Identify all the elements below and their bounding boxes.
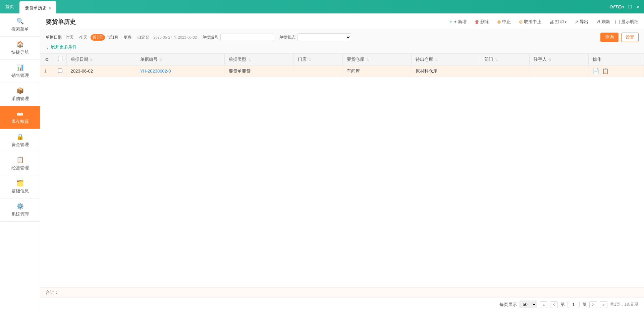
row-checkbox[interactable] bbox=[54, 65, 66, 77]
col-doc-type[interactable]: 单据类型 ⇅ bbox=[225, 54, 293, 65]
query-button[interactable]: 查询 bbox=[600, 33, 619, 42]
sidebar-label-purchase-mgmt: 采购管理 bbox=[11, 96, 29, 102]
row-handler bbox=[529, 65, 588, 77]
sidebar-label-finance-mgmt: 资金管理 bbox=[11, 142, 29, 148]
sidebar-label-system-mgmt: 系统管理 bbox=[11, 211, 29, 217]
next-page-button[interactable]: > bbox=[589, 301, 597, 308]
status-select[interactable] bbox=[298, 33, 351, 41]
col-handler-label: 经手人 bbox=[534, 57, 547, 62]
page-header: 要货单历史 ＋ + 新增 🗑 删除 ⊗ 中止 ⊘ 取消中止 bbox=[40, 13, 644, 29]
shortcut-today[interactable]: 今天 bbox=[77, 34, 89, 41]
filter-actions: 查询 设置 bbox=[600, 33, 639, 42]
display-detail-checkbox-label[interactable]: 显示明细 bbox=[615, 19, 639, 25]
row-index: 1 bbox=[40, 65, 54, 77]
date-filter-label: 单据日期 bbox=[46, 35, 62, 40]
col-settings[interactable]: ⚙ bbox=[40, 54, 54, 65]
doc-no-label: 单据编号 bbox=[202, 35, 218, 40]
export-button[interactable]: ↗ 导出 bbox=[572, 17, 591, 26]
display-detail-checkbox[interactable] bbox=[615, 20, 620, 24]
sidebar-item-quick-nav[interactable]: 🏠 快捷导航 bbox=[0, 37, 40, 60]
col-handler[interactable]: 经手人 ⇅ bbox=[529, 54, 588, 65]
new-button[interactable]: ＋ + 新增 bbox=[446, 17, 469, 26]
stop-button[interactable]: ⊗ 中止 bbox=[494, 17, 514, 26]
row-pending-warehouse: 原材料仓库 bbox=[412, 65, 480, 77]
col-doc-no[interactable]: 单据编号 ⇅ bbox=[136, 54, 225, 65]
col-dept[interactable]: 部门 ⇅ bbox=[480, 54, 529, 65]
shortcut-more[interactable]: 更多 bbox=[122, 34, 134, 41]
operation-mgmt-icon: 📋 bbox=[16, 156, 24, 164]
close-window-icon[interactable]: ✕ bbox=[636, 4, 640, 9]
tab-doc-history[interactable]: 要货单历史 × bbox=[19, 1, 56, 15]
last-page-button[interactable]: » bbox=[600, 301, 607, 308]
refresh-icon: ↺ bbox=[596, 19, 600, 25]
sidebar-item-sales-mgmt[interactable]: 📊 销售管理 bbox=[0, 60, 40, 83]
refresh-button[interactable]: ↺ 刷新 bbox=[594, 17, 613, 26]
row-operations: 📄 📋 bbox=[588, 65, 644, 77]
display-detail-label: 显示明细 bbox=[621, 19, 639, 25]
doc-no-filter-group: 单据编号 bbox=[202, 34, 274, 41]
purchase-mgmt-icon: 📦 bbox=[16, 87, 24, 94]
sidebar-item-inventory[interactable]: 🏘 库存核算 bbox=[0, 106, 40, 129]
per-page-select[interactable]: 50 20 100 200 bbox=[520, 301, 537, 308]
settings-button[interactable]: 设置 bbox=[621, 33, 639, 42]
total-label: 共1页，1条记录 bbox=[610, 302, 639, 307]
col-store[interactable]: 门店 ⇅ bbox=[293, 54, 342, 65]
tab-close-icon[interactable]: × bbox=[49, 6, 51, 10]
row-req-warehouse: 车间库 bbox=[342, 65, 411, 77]
sort-doc-type-icon: ⇅ bbox=[248, 58, 251, 61]
row-store bbox=[293, 65, 342, 77]
shortcut-custom[interactable]: 自定义 bbox=[135, 34, 151, 41]
col-doc-date-label: 单据日期 bbox=[71, 57, 88, 62]
doc-no-input[interactable] bbox=[220, 34, 274, 41]
page-number-input[interactable] bbox=[568, 301, 580, 308]
row-dept bbox=[480, 65, 529, 77]
filter-row-1: 单据日期 昨天 今天 近7天 近1月 更多 自定义 2023-05-27 至 2… bbox=[46, 33, 639, 42]
row-doc-no[interactable]: YH-20230602-0 bbox=[136, 65, 225, 77]
col-store-label: 门店 bbox=[298, 57, 307, 62]
row-select-checkbox[interactable] bbox=[58, 69, 62, 73]
cancel-stop-button[interactable]: ⊘ 取消中止 bbox=[516, 17, 544, 26]
sidebar-item-finance-mgmt[interactable]: 🔒 资金管理 bbox=[0, 129, 40, 152]
sidebar-item-system-mgmt[interactable]: ⚙️ 系统管理 bbox=[0, 198, 40, 222]
delete-label: 删除 bbox=[480, 19, 489, 25]
status-filter-group: 单据状态 bbox=[279, 33, 351, 41]
col-req-warehouse[interactable]: 要货仓库 ⇅ bbox=[342, 54, 411, 65]
sort-doc-date-icon: ⇅ bbox=[90, 58, 93, 61]
print-button[interactable]: 🖨 打印 ▾ bbox=[547, 17, 569, 26]
tab-home[interactable]: 首页 bbox=[0, 0, 19, 13]
print-icon: 🖨 bbox=[549, 19, 554, 25]
shortcut-yesterday[interactable]: 昨天 bbox=[64, 34, 76, 41]
first-page-button[interactable]: « bbox=[540, 301, 547, 308]
data-table: ⚙ 单据日期 ⇅ 单据编号 ⇅ 单据类型 bbox=[40, 54, 644, 77]
sidebar-item-search-menu[interactable]: 🔍 搜索菜单 bbox=[0, 13, 40, 37]
sidebar-item-purchase-mgmt[interactable]: 📦 采购管理 bbox=[0, 83, 40, 106]
content-area: 要货单历史 ＋ + 新增 🗑 删除 ⊗ 中止 ⊘ 取消中止 bbox=[40, 13, 644, 311]
sidebar-item-operation-mgmt[interactable]: 📋 经营管理 bbox=[0, 152, 40, 175]
col-checkbox bbox=[54, 54, 66, 65]
expand-more-label: 展开更多条件 bbox=[51, 44, 77, 50]
col-pending-warehouse[interactable]: 待出仓库 ⇅ bbox=[412, 54, 480, 65]
expand-more-btn[interactable]: ⌄ 展开更多条件 bbox=[46, 44, 639, 50]
date-filter-group: 单据日期 昨天 今天 近7天 近1月 更多 自定义 2023-05-27 至 2… bbox=[46, 34, 197, 41]
prev-page-button[interactable]: < bbox=[550, 301, 558, 308]
shortcut-1month[interactable]: 近1月 bbox=[106, 34, 121, 41]
delete-button[interactable]: 🗑 删除 bbox=[472, 17, 492, 26]
basic-info-icon: 🗂️ bbox=[16, 179, 24, 187]
new-label: + 新增 bbox=[454, 19, 467, 25]
select-all-checkbox[interactable] bbox=[58, 57, 62, 61]
op-view-icon[interactable]: 📄 bbox=[593, 68, 599, 74]
quick-nav-icon: 🏠 bbox=[16, 41, 24, 48]
shortcut-7days[interactable]: 近7天 bbox=[91, 34, 105, 41]
sidebar-item-basic-info[interactable]: 🗂️ 基础信息 bbox=[0, 175, 40, 198]
page-unit-label: 页 bbox=[582, 302, 587, 308]
doc-no-link[interactable]: YH-20230602-0 bbox=[140, 69, 171, 74]
op-copy-icon[interactable]: 📋 bbox=[602, 68, 609, 74]
restore-icon[interactable]: ❐ bbox=[628, 4, 632, 9]
refresh-label: 刷新 bbox=[601, 19, 610, 25]
table-row: 1 2023-06-02 YH-20230602-0 要货单要货 车间库 原材料… bbox=[40, 65, 644, 77]
sidebar-label-inventory: 库存核算 bbox=[11, 119, 29, 125]
sidebar: 🔍 搜索菜单 🏠 快捷导航 📊 销售管理 📦 采购管理 🏘 库存核算 🔒 资金管… bbox=[0, 13, 40, 311]
sidebar-label-operation-mgmt: 经营管理 bbox=[11, 165, 29, 171]
col-req-warehouse-label: 要货仓库 bbox=[347, 57, 364, 62]
col-doc-date[interactable]: 单据日期 ⇅ bbox=[66, 54, 136, 65]
